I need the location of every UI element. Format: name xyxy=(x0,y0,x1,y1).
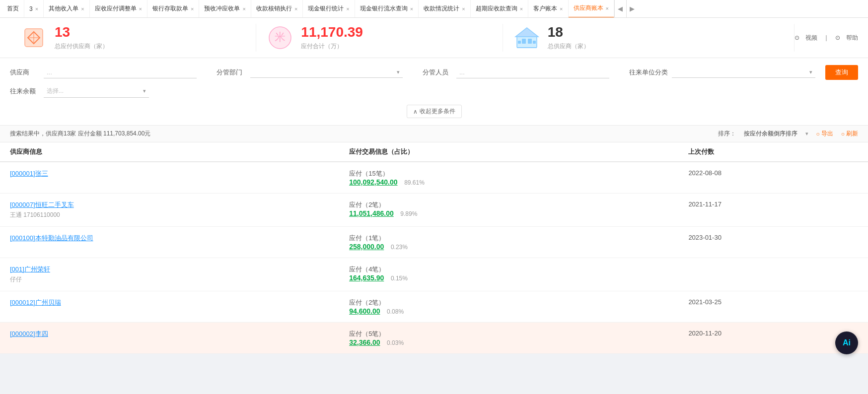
supplier-cell: [000001]张三 xyxy=(10,169,349,178)
payable-label: 应付（5笔） xyxy=(349,329,688,338)
nav-tab-prepay-offset[interactable]: 预收冲应收单 × xyxy=(199,0,251,18)
chevron-down-icon: ▾ xyxy=(397,69,400,75)
rice-icon: 米 xyxy=(266,24,294,52)
payable-label: 应付（1笔） xyxy=(349,234,688,243)
supplier-table: 供应商信息 应付交易信息（占比） 上次付数 [000001]张三 应付（15笔）… xyxy=(0,142,868,354)
help-link[interactable]: 帮助 xyxy=(846,34,858,42)
close-icon[interactable]: × xyxy=(410,6,413,12)
close-icon[interactable]: × xyxy=(139,6,142,12)
store-icon xyxy=(513,24,541,52)
close-icon[interactable]: × xyxy=(294,6,297,12)
export-button[interactable]: ○ 导出 xyxy=(816,130,833,138)
col-header-supplier: 供应商信息 xyxy=(10,147,349,156)
filter-category: 往来单位分类 ▾ xyxy=(629,67,816,78)
refresh-button[interactable]: ○ 刷新 xyxy=(841,130,858,138)
payable-amount-link[interactable]: 94,600.00 xyxy=(349,307,380,315)
payable-total-label: 应付合计（万） xyxy=(301,42,363,51)
close-icon[interactable]: × xyxy=(606,5,609,11)
summary-row: 13 总应付供应商（家） 米 11,170.39 应付合计（万） xyxy=(0,18,868,58)
summary-card-payable-suppliers: 13 总应付供应商（家） xyxy=(10,24,256,52)
supplier-link[interactable]: [000012]广州贝瑞 xyxy=(10,299,61,306)
supplier-link[interactable]: [000100]本特勤油品有限公司 xyxy=(10,234,93,242)
supplier-link[interactable]: [000001]张三 xyxy=(10,170,48,177)
close-icon[interactable]: × xyxy=(560,6,563,12)
payable-cell: 应付（15笔） 100,092,540.00 89.61% xyxy=(349,169,688,186)
payable-label: 应付（15笔） xyxy=(349,169,688,178)
payable-amount-link[interactable]: 11,051,486.00 xyxy=(349,209,394,217)
dept-filter-select[interactable]: ▾ xyxy=(250,67,403,78)
table-row: [000012]广州贝瑞 应付（2笔） 94,600.00 0.08% 2021… xyxy=(0,291,868,323)
person-filter-input[interactable] xyxy=(456,66,609,78)
nav-tab-collection-exec[interactable]: 收款核销执行 × xyxy=(251,0,303,18)
ai-badge[interactable]: Ai xyxy=(835,331,858,354)
close-icon[interactable]: × xyxy=(242,6,245,12)
dept-filter-label: 分管部门 xyxy=(217,68,246,77)
supplier-contact: 仔仔 xyxy=(10,275,349,284)
table-row: [000007]恒旺二手叉车 王通 17106110000 应付（2笔） 11,… xyxy=(0,194,868,227)
table-row: [001]广州荣轩 仔仔 应付（4笔） 164,635.90 0.15% xyxy=(0,258,868,291)
chevron-down-icon: ▾ xyxy=(809,69,812,75)
close-icon[interactable]: × xyxy=(35,6,38,12)
close-icon[interactable]: × xyxy=(81,6,84,12)
supplier-link[interactable]: [000007]恒旺二手叉车 xyxy=(10,201,74,208)
svg-rect-15 xyxy=(533,41,536,44)
nav-tab-supplier-ledger[interactable]: 供应商账本 × xyxy=(569,0,614,18)
nav-tab-other-income[interactable]: 其他收入单 × xyxy=(44,0,89,18)
payable-pct: 89.61% xyxy=(404,179,425,186)
close-icon[interactable]: × xyxy=(191,6,194,12)
payable-amount-link[interactable]: 258,000.00 xyxy=(349,243,384,251)
payable-pct: 0.03% xyxy=(387,339,404,346)
nav-tab-collection-stat[interactable]: 收款情况统计 × xyxy=(419,0,470,18)
table-row: [000002]李四 应付（5笔） 32,366.00 0.03% 2020-1… xyxy=(0,323,868,354)
balance-filter-label: 往来余额 xyxy=(10,87,40,96)
payable-label: 应付（2笔） xyxy=(349,298,688,307)
supplier-cell: [000007]恒旺二手叉车 王通 17106110000 xyxy=(10,200,349,219)
chevron-up-icon: ∧ xyxy=(413,108,418,115)
query-button[interactable]: 查询 xyxy=(825,65,858,80)
nav-tab-overdue-ar[interactable]: 超期应收款查询 × xyxy=(471,0,528,18)
supplier-filter-input[interactable] xyxy=(44,66,197,78)
filter-row-1: 供应商 分管部门 ▾ 分管人员 往来单位分类 ▾ 查询 xyxy=(10,65,858,80)
payable-label: 应付（2笔） xyxy=(349,200,688,209)
supplier-filter-label: 供应商 xyxy=(10,68,40,77)
supplier-contact: 王通 17106110000 xyxy=(10,211,349,219)
sort-value[interactable]: 按应付余额倒序排序 xyxy=(744,130,797,138)
nav-tab-home[interactable]: 首页 xyxy=(2,0,24,18)
nav-tab-3[interactable]: 3 × xyxy=(24,0,44,18)
payable-suppliers-number: 13 xyxy=(55,25,108,40)
person-filter-label: 分管人员 xyxy=(423,68,452,77)
summary-info-total-suppliers: 18 总供应商（家） xyxy=(548,25,589,51)
filter-supplier: 供应商 xyxy=(10,66,197,78)
last-payment-cell: 2021-11-17 xyxy=(688,200,858,208)
supplier-link[interactable]: [001]广州荣轩 xyxy=(10,265,50,273)
supplier-link[interactable]: [000002]李四 xyxy=(10,330,48,337)
nav-tab-cash-flow-query[interactable]: 现金银行流水查询 × xyxy=(355,0,419,18)
last-payment-cell: 2022-08-08 xyxy=(688,169,858,177)
payable-amount-link[interactable]: 100,092,540.00 xyxy=(349,178,397,186)
results-actions: 排序： 按应付余额倒序排序 ▾ ○ 导出 ○ 刷新 xyxy=(718,130,859,138)
payable-amount-link[interactable]: 32,366.00 xyxy=(349,338,380,346)
payable-pct: 0.08% xyxy=(387,308,404,315)
payable-cell: 应付（1笔） 258,000.00 0.23% xyxy=(349,234,688,251)
nav-right-arrow[interactable]: ▶ xyxy=(626,0,638,18)
export-icon: ○ xyxy=(816,131,820,137)
close-icon[interactable]: × xyxy=(462,6,465,12)
close-icon[interactable]: × xyxy=(346,6,349,12)
summary-card-payable-total: 米 11,170.39 应付合计（万） xyxy=(256,24,503,52)
nav-tab-customer-ledger[interactable]: 客户账本 × xyxy=(528,0,568,18)
nav-tab-bank-deposit[interactable]: 银行存取款单 × xyxy=(147,0,199,18)
nav-tab-ar-ap-adjust[interactable]: 应收应付调整单 × xyxy=(90,0,147,18)
video-link[interactable]: 视频 xyxy=(805,34,817,42)
collapse-btn[interactable]: ∧ 收起更多条件 xyxy=(407,105,462,118)
category-filter-select[interactable]: ▾ xyxy=(672,67,816,78)
supplier-cell: [000012]广州贝瑞 xyxy=(10,298,349,307)
last-payment-cell: 2020-11-20 xyxy=(688,329,858,337)
svg-rect-12 xyxy=(522,39,526,44)
nav-left-arrow[interactable]: ◀ xyxy=(614,0,626,18)
close-icon[interactable]: × xyxy=(520,6,523,12)
nav-tab-cash-bank-stat[interactable]: 现金银行统计 × xyxy=(303,0,355,18)
payable-amount-link[interactable]: 164,635.90 xyxy=(349,274,384,282)
table-row: [000001]张三 应付（15笔） 100,092,540.00 89.61%… xyxy=(0,162,868,194)
balance-filter-select[interactable]: 选择... ▾ xyxy=(44,85,149,98)
category-filter-label: 往来单位分类 xyxy=(629,68,668,77)
